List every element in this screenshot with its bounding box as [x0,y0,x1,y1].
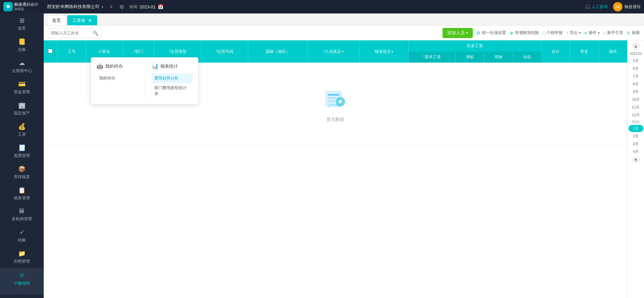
operations-arrow-icon: ▾ [598,31,600,35]
settings-icon[interactable]: ⚙ [119,4,124,10]
add-icon[interactable]: ＋ [109,3,114,10]
th-actions: 操作 [599,40,627,63]
company-area[interactable]: 西安虾米网络科技有限公司 ▾ [47,4,103,10]
timeline-month-12[interactable]: 12月 [629,111,643,119]
add-person-button[interactable]: 添加人员 ▾ [443,28,473,38]
th-nationality: 国籍（地区） [248,40,307,63]
right-timeline: ▲ 2023.01 5月 6月 7月 8月 9月 10月 11月 12月 202… [627,40,644,298]
empty-icon [322,86,349,112]
fund-icon: 💳 [18,80,26,88]
timeline-month-4[interactable]: 4月 [629,148,643,155]
guide-action[interactable]: ○ 新手引导 [603,30,623,36]
sidebar-item-archive[interactable]: 📁 归档管理 [0,246,44,268]
search-input[interactable] [51,31,91,35]
tab-salary[interactable]: 工资表 ✕ [67,15,97,25]
timeline-month-10[interactable]: 10月 [629,96,643,103]
toolbar-right: 添加人员 ▾ ⚙ 统一社保设置 ⊕ 专项附加扣除 □ 个税申报 ↑ 导出 [443,28,640,38]
tab-bar: 首页 工资表 ✕ [44,13,644,26]
company-dropdown-icon[interactable]: ▾ [102,5,103,9]
timeline-down-btn[interactable]: ▼ [632,156,640,164]
timeline-month-7[interactable]: 7月 [629,73,643,80]
sidebar-item-multi-org[interactable]: 🏛 多机构管理 [0,204,44,225]
sidebar-item-cloud-report[interactable]: ☁ 云报表中心 [0,56,44,77]
tab-close-icon[interactable]: ✕ [88,18,92,23]
user-area[interactable]: CE 畅捷通组 [613,2,641,11]
sidebar-label-fixed: 固定资产 [14,110,30,116]
sidebar-item-invoice[interactable]: 🧾 发票管理 [0,141,44,162]
social-security-action[interactable]: ⚙ 统一社保设置 [476,30,506,36]
operations-action[interactable]: ≡ 操作 ▾ [584,30,599,36]
sidebar-item-basic[interactable]: ⚙ 基础设置 [0,295,44,298]
tax-declare-action[interactable]: □ 个税申报 [542,30,563,36]
refresh-label: 刷新 [632,30,640,36]
timeline-month-5[interactable]: 5月 [629,57,643,64]
timeline-month-9[interactable]: 9月 [629,88,643,95]
th-total: 合计 [541,40,570,63]
sidebar-item-fund[interactable]: 💳 资金管理 [0,77,44,98]
popup-col2-title: 报表统计 [160,63,178,69]
sidebar-item-settlement[interactable]: ✓ 结账 [0,225,44,246]
social-security-icon: ⚙ [476,30,481,36]
logo-title: 畅捷通好会计 [14,2,38,7]
popup-item-dept-stat[interactable]: 部门费用类型统计表 [152,83,193,99]
sidebar-item-inventory[interactable]: 📦 库存核算 [0,162,44,183]
my-todo-label: 我的待办 [99,76,115,80]
logo-sub: 旗舰版 [14,7,38,11]
timeline-month-6[interactable]: 6月 [629,65,643,72]
ledger-icon: 📒 [18,38,26,45]
refresh-action[interactable]: ↻ 刷新 [627,30,640,36]
service-button[interactable]: 🎧 人工咨询 [585,4,608,10]
special-deduct-label: 专项附加扣除 [515,30,539,36]
inventory-icon: 📦 [18,165,26,173]
th-employee-id: 工号 [57,40,86,63]
th-status: *人员状态▾ [307,40,359,63]
tax-declare-label: 个税申报 [546,30,563,36]
th-pension: 养老 [570,40,599,63]
service-label: 人工咨询 [592,4,608,10]
th-deduction: 扣款 [513,52,541,63]
popup-item-trend[interactable]: 费用趋势分析 [152,73,193,83]
tab-home[interactable]: 首页 [47,15,66,25]
report-filter-icon[interactable]: ▾ [391,49,393,54]
empty-text: 暂无数据 [327,117,344,123]
search-icon[interactable]: 🔍 [92,30,98,36]
social-security-label: 统一社保设置 [482,30,506,36]
user-avatar: CE [613,2,622,11]
home-icon: ⊞ [20,17,25,24]
export-arrow-icon: ▾ [579,31,581,35]
select-all-checkbox[interactable] [48,49,52,53]
popup-item-my-todo[interactable]: 我的待办 [97,73,138,83]
sidebar-item-salary[interactable]: 💰 工资 [0,120,44,141]
sidebar-item-ledger[interactable]: 📒 总账 [0,35,44,56]
sidebar-item-tax[interactable]: 📋 税务管理 [0,183,44,204]
sidebar-item-home[interactable]: ⊞ 首页 [0,13,44,35]
timeline-month-3[interactable]: 3月 [629,140,643,147]
sidebar-item-fixed-asset[interactable]: 🏢 固定资产 [0,98,44,120]
timeline-month-1[interactable]: 1月 [629,125,643,132]
timeline-month-8[interactable]: 8月 [629,80,643,88]
sidebar-label-inventory: 库存核算 [14,174,30,180]
todo-popup-icon: 🤖 [97,63,103,69]
calendar-icon[interactable]: 📅 [158,4,163,9]
sidebar-label-ledger: 总账 [18,47,26,53]
xiaochang-icon: G [18,271,26,279]
sidebar-item-xiaochang[interactable]: G 小畅报销 ‹ [0,268,44,295]
operations-label: 操作 [589,30,597,36]
timeline-up-btn[interactable]: ▲ [632,42,640,50]
timeline-month-2[interactable]: 2月 [629,133,643,140]
company-name: 西安虾米网络科技有限公司 [47,4,100,10]
trend-label: 费用趋势分析 [154,76,179,80]
export-action[interactable]: ↑ 导出 ▾ [566,30,581,36]
th-id-num: *证照号码 [201,40,248,63]
svg-rect-1 [328,94,339,96]
add-btn-label: 添加人员 [447,30,465,36]
th-allowance: 津贴 [456,52,484,63]
popup-col1-title: 我的待办 [105,63,123,69]
sidebar-label-cloud: 云报表中心 [12,68,32,74]
multi-org-icon: 🏛 [19,208,25,215]
special-deduct-action[interactable]: ⊕ 专项附加扣除 [509,30,539,36]
dept-stat-label: 部门费用类型统计表 [154,86,187,96]
status-filter-icon[interactable]: ▾ [342,49,344,54]
timeline-month-11[interactable]: 11月 [629,104,643,111]
header-right: 🎧 人工咨询 CE 畅捷通组 [585,2,641,11]
